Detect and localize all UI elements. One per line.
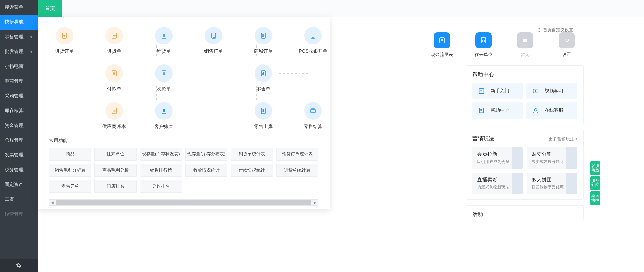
- sidebar-item-quicknav[interactable]: 快捷导航: [0, 15, 38, 30]
- marketing-more-link[interactable]: 更多营销玩法 ›: [548, 136, 577, 142]
- supplier-icon: 供: [105, 102, 123, 120]
- help-beginner[interactable]: 新手入门: [472, 83, 523, 99]
- building-icon: [475, 32, 492, 48]
- node-retail-out[interactable]: 零售出库: [253, 102, 273, 130]
- gear-icon: [559, 32, 575, 48]
- func-button[interactable]: 进货单统计表: [276, 164, 318, 177]
- func-button[interactable]: 往来单位: [94, 148, 136, 161]
- sidebar-item-assets[interactable]: 固定资产: [0, 177, 38, 192]
- outbound-icon: [255, 102, 272, 120]
- placeholder-icon: [517, 32, 533, 48]
- chevron-down-icon: ▼: [30, 50, 33, 54]
- help-support[interactable]: 在线客服: [526, 102, 577, 119]
- sidebar-item-ecom1[interactable]: 小畅电商: [0, 59, 38, 74]
- money-icon: [155, 64, 173, 82]
- scroll-left-icon[interactable]: ◀: [49, 201, 55, 205]
- list-icon: [255, 27, 272, 44]
- svg-point-21: [163, 109, 165, 111]
- func-button[interactable]: 销售毛利分析表: [49, 164, 91, 177]
- activity-title: 活动: [472, 211, 577, 218]
- fullscreen-button[interactable]: ⛶: [631, 5, 638, 12]
- flyout-scrollbar[interactable]: ◀ ▶: [49, 199, 318, 206]
- func-button[interactable]: 商品毛利分析: [94, 164, 136, 177]
- common-functions-title: 常用功能: [49, 138, 323, 144]
- svg-point-23: [263, 109, 264, 111]
- marketing-title: 营销玩法: [472, 135, 494, 142]
- sidebar-item-invoice[interactable]: 发票管理: [0, 148, 38, 163]
- node-supplier-ledger[interactable]: 供 供应商账本: [104, 102, 124, 130]
- func-button[interactable]: 付款情况统计: [231, 164, 273, 177]
- svg-rect-2: [440, 38, 444, 43]
- func-button[interactable]: 零售开单: [49, 180, 91, 193]
- help-center-card: 帮助中心 新手入门 视频学习 帮助中心: [466, 65, 584, 124]
- func-button[interactable]: 现存量(库存分布表): [185, 148, 227, 161]
- func-button[interactable]: 导购排名: [140, 180, 182, 193]
- money-icon: [105, 64, 123, 82]
- report-icon: [434, 32, 450, 48]
- svg-rect-7: [480, 108, 484, 113]
- video-icon: [531, 87, 540, 95]
- tabs-bar: 首页 ⛶: [38, 0, 644, 17]
- order-in-icon: [56, 27, 73, 44]
- float-tags: 客服热线 服务社区 桌面快捷: [590, 161, 600, 205]
- node-sales-order[interactable]: 销售订单: [203, 27, 224, 54]
- marketing-item-fission[interactable]: 裂变分销 裂变式发展分销商: [527, 147, 577, 169]
- svg-rect-3: [481, 38, 486, 43]
- checklist-icon: [477, 87, 486, 95]
- list-icon: [155, 27, 173, 44]
- shortcut-cashflow[interactable]: 现金流量表: [428, 32, 455, 58]
- shortcut-partner[interactable]: 往来单位: [470, 32, 497, 58]
- node-purchase-order[interactable]: 进货订单: [54, 27, 75, 54]
- sidebar-item-wholesale[interactable]: 批发管理▼: [0, 44, 38, 59]
- node-customer-ledger[interactable]: 客户账本: [154, 102, 174, 130]
- func-button[interactable]: 商品: [49, 148, 91, 161]
- tab-home[interactable]: 首页: [38, 0, 62, 17]
- func-button[interactable]: 现存量(库存状况表): [140, 148, 182, 161]
- sidebar-item-ledger[interactable]: 总账管理: [0, 133, 38, 148]
- help-video[interactable]: 视频学习: [526, 83, 577, 99]
- doc-icon: [205, 27, 222, 44]
- marketing-item-group[interactable]: 多人拼团 拼团购物享受优惠: [527, 173, 577, 194]
- shortcut-none[interactable]: 暂无: [512, 32, 539, 58]
- sidebar-item-ecom2[interactable]: 电商管理: [0, 74, 38, 89]
- sidebar-item-operation[interactable]: 经营管理: [0, 207, 38, 222]
- func-button[interactable]: 收款情况统计: [185, 164, 227, 177]
- headset-icon: [531, 106, 540, 115]
- node-retail-settle[interactable]: 零售结算: [303, 102, 323, 130]
- marketing-card: 营销玩法 更多营销玩法 › 会员拉新 吸引用户成为会员 裂变分销 裂变式发展分销…: [466, 130, 584, 200]
- func-button[interactable]: 销货订单统计表: [276, 148, 318, 161]
- sidebar-settings-button[interactable]: [0, 259, 38, 272]
- shortcut-settings[interactable]: 设置: [553, 32, 580, 58]
- func-button[interactable]: 门店排名: [94, 180, 136, 193]
- func-button[interactable]: 销售排行榜: [140, 164, 182, 177]
- chevron-down-icon: ▼: [30, 35, 33, 39]
- sidebar-item-tax[interactable]: 税务管理: [0, 163, 38, 177]
- sidebar-item-funds[interactable]: 资金管理: [0, 118, 38, 133]
- order-out-icon: [105, 27, 123, 44]
- func-button[interactable]: 销货单统计表: [231, 148, 273, 161]
- sidebar-item-retail[interactable]: 零售管理▼: [0, 30, 38, 44]
- svg-rect-5: [479, 89, 484, 94]
- marketing-item-live[interactable]: 直播卖货 场景式购物新玩法: [472, 173, 523, 194]
- sidebar-item-search[interactable]: 搜索菜单: [0, 0, 38, 15]
- float-tag-community[interactable]: 服务社区: [590, 176, 600, 190]
- scroll-thumb[interactable]: [56, 200, 311, 205]
- marketing-item-member[interactable]: 会员拉新 吸引用户成为会员: [472, 147, 523, 169]
- right-gutter: [590, 17, 644, 272]
- gear-icon: [16, 262, 22, 268]
- doc-icon: [477, 106, 486, 115]
- sidebar-item-purchase[interactable]: 采购管理: [0, 89, 38, 103]
- sidebar: 搜索菜单 快捷导航 零售管理▼ 批发管理▼ 小畅电商 电商管理 采购管理 库存核…: [0, 0, 38, 272]
- float-tag-desktop[interactable]: 桌面快捷: [590, 191, 600, 205]
- settle-icon: [304, 102, 322, 120]
- scroll-right-icon[interactable]: ▶: [312, 201, 318, 205]
- svg-point-8: [534, 109, 537, 111]
- help-docs[interactable]: 帮助中心: [472, 102, 523, 119]
- money-icon: [255, 64, 272, 82]
- sidebar-item-inventory[interactable]: 库存核算: [0, 103, 38, 118]
- svg-text:供: 供: [113, 110, 116, 113]
- customer-icon: [155, 102, 173, 120]
- float-tag-hotline[interactable]: 客服热线: [590, 161, 600, 175]
- sidebar-item-salary[interactable]: 工资: [0, 192, 38, 207]
- quicknav-flyout: 进货订单 进货单 销货单 销售订单 商城订单: [38, 17, 330, 209]
